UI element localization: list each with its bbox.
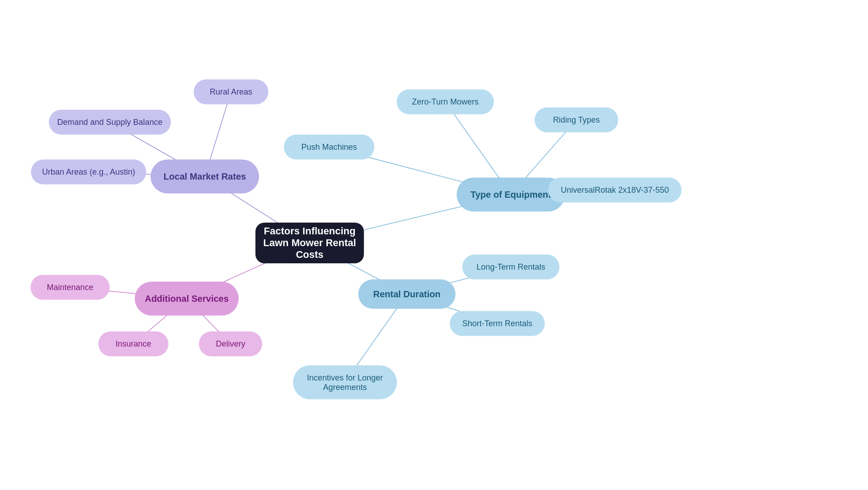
zero-turn-node: Zero-Turn Mowers [397, 90, 494, 114]
incentives-node: Incentives for Longer Agreements [293, 366, 397, 400]
long-term-node: Long-Term Rentals [462, 255, 560, 280]
push-machines-node: Push Machines [284, 135, 374, 160]
center-node: Factors Influencing Lawn Mower Rental Co… [255, 223, 364, 263]
rural-areas-node: Rural Areas [194, 80, 269, 105]
universal-node: UniversalRotak 2x18V-37-550 [548, 178, 682, 203]
riding-types-node: Riding Types [535, 108, 618, 133]
demand-supply-node: Demand and Supply Balance [49, 110, 171, 135]
short-term-node: Short-Term Rentals [450, 311, 545, 336]
rental-duration-node: Rental Duration [359, 280, 456, 309]
local-market-rates-node: Local Market Rates [151, 160, 259, 194]
delivery-node: Delivery [199, 332, 262, 357]
urban-areas-node: Urban Areas (e.g., Austin) [31, 160, 146, 185]
insurance-node: Insurance [99, 332, 169, 357]
maintenance-node: Maintenance [31, 275, 110, 300]
additional-services-node: Additional Services [135, 282, 239, 316]
